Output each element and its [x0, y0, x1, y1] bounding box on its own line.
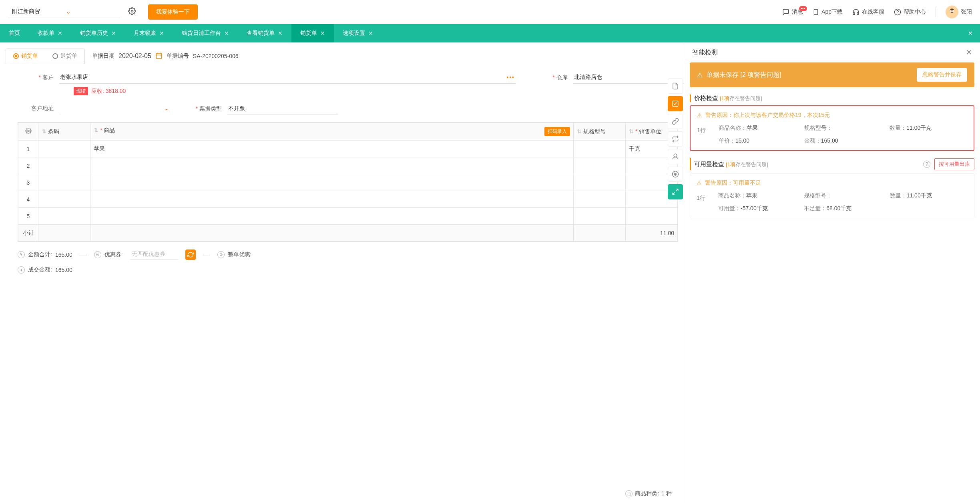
svg-text:¥: ¥	[674, 172, 677, 176]
tab[interactable]: 钱货日清工作台✕	[173, 24, 238, 42]
smart-check-panel: 智能检测 ✕ ⚠ 单据未保存 [2 项警告问题] 忽略警告并保存 价格检查 [1…	[684, 42, 980, 503]
scan-button[interactable]: 扫码录入	[544, 127, 570, 136]
cube-icon: ◫	[625, 490, 633, 497]
help-icon[interactable]: ?	[923, 161, 930, 168]
warehouse-field: *仓库 北清路店仓	[532, 71, 684, 84]
doc-type-toggle: 销货单 退货单	[6, 48, 85, 64]
tab[interactable]: 收款单✕	[29, 24, 71, 42]
invoice-input[interactable]: 不开票	[227, 103, 338, 115]
date-label: 单据日期	[92, 52, 114, 60]
gear-icon	[25, 128, 32, 134]
tab[interactable]: 销货单历史✕	[71, 24, 125, 42]
yen-icon: ¥	[18, 251, 25, 258]
warning-icon: ⚠	[697, 71, 703, 79]
stock-warning-card: ⚠警告原因：可用量不足 1行 商品名称：苹果 规格型号： 数量：11.00千克 …	[690, 173, 974, 218]
discount-icon: ⊘	[217, 251, 225, 258]
subtotal-row: 小计 11.00	[18, 225, 678, 241]
customer-input[interactable]: 老张水果店 •••	[59, 71, 516, 84]
app-download-link[interactable]: App下载	[813, 8, 843, 16]
svg-rect-1	[814, 9, 817, 14]
tab-close-icon[interactable]: ✕	[111, 30, 116, 36]
coupon-icon: %	[94, 251, 101, 258]
address-input[interactable]: ⌄	[59, 103, 170, 114]
close-all-tabs[interactable]: ✕	[961, 24, 980, 42]
stock-check-section: 可用量检查 [1项存在警告问题] ? 按可用量出库 ⚠警告原因：可用量不足 1行…	[690, 158, 974, 218]
chevron-down-icon: ⌄	[66, 8, 116, 15]
col-product[interactable]: ⇅*商品扫码录入	[90, 123, 574, 141]
avatar	[946, 6, 958, 18]
ellipsis-icon[interactable]: •••	[506, 74, 515, 80]
headset-icon	[852, 8, 860, 16]
ignore-save-button[interactable]: 忽略警告并保存	[917, 68, 967, 82]
svg-rect-10	[156, 53, 162, 59]
totals-row: ¥金额合计: 165.00 — %优惠券: 无匹配优惠券 — ⊘整单优惠:	[18, 249, 678, 260]
trial-button[interactable]: 我要体验一下	[148, 4, 198, 20]
stock-out-button[interactable]: 按可用量出库	[934, 158, 974, 170]
svg-line-19	[676, 189, 678, 191]
table-row[interactable]: 3	[18, 174, 678, 191]
rail-user-icon[interactable]	[668, 149, 683, 164]
tab-close-icon[interactable]: ✕	[320, 30, 325, 36]
app-header: 阳江新商贸 ⌄ 我要体验一下 消息 ••• App下载 在线客服 帮助中心	[0, 0, 980, 24]
messages-badge: •••	[799, 6, 807, 11]
table-row[interactable]: 2	[18, 157, 678, 174]
rail-doc-icon[interactable]	[668, 78, 683, 94]
tab[interactable]: 首页	[0, 24, 29, 42]
rail-expand-icon[interactable]	[668, 184, 683, 199]
col-gear[interactable]	[18, 123, 38, 141]
type-return-radio[interactable]: 退货单	[45, 48, 84, 64]
tab-close-icon[interactable]: ✕	[368, 30, 373, 36]
messages-link[interactable]: 消息 •••	[782, 8, 803, 16]
date-value[interactable]: 2020-02-05	[118, 52, 151, 60]
chevron-down-icon: ⌄	[164, 105, 169, 111]
rail-link-icon[interactable]	[668, 114, 683, 129]
close-icon[interactable]: ✕	[966, 48, 972, 57]
help-center-link[interactable]: 帮助中心	[894, 8, 926, 16]
address-field: 客户地址 ⌄	[18, 103, 170, 114]
tab[interactable]: 销货单✕	[291, 24, 334, 42]
tab[interactable]: 查看销货单✕	[238, 24, 291, 42]
calendar-icon[interactable]	[155, 52, 163, 60]
customer-field: *客户 老张水果店 •••	[18, 71, 516, 84]
warning-banner: ⚠ 单据未保存 [2 项警告问题] 忽略警告并保存	[690, 62, 974, 87]
table-row[interactable]: 4	[18, 191, 678, 208]
rail-check-icon[interactable]	[668, 96, 683, 111]
deal-amount-row: ✦ 成交金额: 165.00	[18, 266, 678, 274]
refresh-icon[interactable]	[185, 249, 196, 260]
doc-no-value: SA-20200205-006	[193, 53, 239, 59]
svg-point-0	[131, 10, 133, 12]
rail-exchange-icon[interactable]	[668, 131, 683, 147]
svg-point-14	[28, 130, 29, 132]
tab-close-icon[interactable]: ✕	[224, 30, 229, 36]
table-row[interactable]: 1苹果千克	[18, 141, 678, 157]
receivable-text: 应收: 3618.00	[91, 88, 126, 95]
col-spec[interactable]: ⇅规格型号	[574, 123, 626, 141]
type-sale-radio[interactable]: 销货单	[6, 48, 45, 64]
gear-icon[interactable]	[128, 7, 136, 16]
tab[interactable]: 选项设置✕	[334, 24, 382, 42]
coupon-input[interactable]: 无匹配优惠券	[130, 249, 178, 260]
company-select[interactable]: 阳江新商贸 ⌄	[8, 6, 120, 18]
price-warning-card: ⚠警告原因：你上次与该客户交易价格19，本次15元 1行 商品名称：苹果 规格型…	[690, 105, 974, 151]
online-service-link[interactable]: 在线客服	[852, 8, 884, 16]
tab-close-icon[interactable]: ✕	[159, 30, 164, 36]
svg-line-20	[673, 193, 675, 195]
company-name: 阳江新商贸	[12, 8, 62, 15]
items-grid: ⇅条码 ⇅*商品扫码录入 ⇅规格型号 ⇅*销售单位 1苹果千克2345 小计 1…	[18, 122, 678, 242]
tab-close-icon[interactable]: ✕	[58, 30, 62, 36]
col-barcode[interactable]: ⇅条码	[38, 123, 90, 141]
payment-tag: 现结	[74, 87, 88, 95]
user-menu[interactable]: 张阳	[946, 6, 972, 18]
rail-money-icon[interactable]: ¥	[668, 167, 683, 182]
table-row[interactable]: 5	[18, 208, 678, 225]
document-area: 销货单 退货单 单据日期 2020-02-05 单据编号 SA-20200205…	[0, 42, 684, 503]
tabs-bar: 首页收款单✕销货单历史✕月末锁账✕钱货日清工作台✕查看销货单✕销货单✕选项设置✕…	[0, 24, 980, 42]
side-rail: ¥	[667, 78, 684, 199]
tab-close-icon[interactable]: ✕	[278, 30, 283, 36]
tab[interactable]: 月末锁账✕	[125, 24, 173, 42]
warning-icon: ⚠	[697, 112, 702, 119]
svg-rect-9	[951, 10, 954, 11]
warning-icon: ⚠	[697, 180, 702, 186]
message-icon	[782, 8, 789, 16]
svg-point-16	[674, 154, 677, 157]
